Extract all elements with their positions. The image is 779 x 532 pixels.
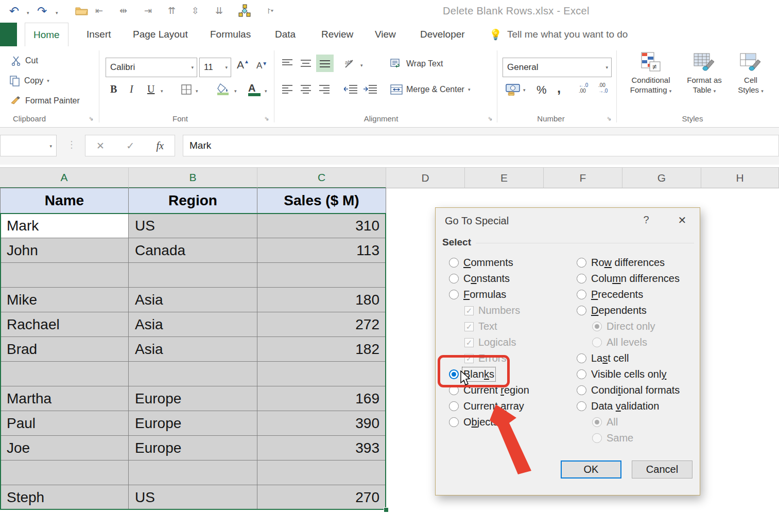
tab-view[interactable]: View (367, 23, 404, 46)
insert-function-icon[interactable]: fx (156, 140, 163, 152)
tab-insert[interactable]: Insert (78, 23, 119, 46)
table-cell[interactable]: Mark (0, 214, 129, 238)
radio-icon[interactable] (577, 258, 586, 268)
left-option-objects[interactable]: Objects (449, 414, 529, 430)
table-cell[interactable]: Canada (129, 238, 257, 263)
decrease-decimal-button[interactable]: .00→.0 (598, 82, 608, 94)
right-option-data-validation[interactable]: Data validation (577, 398, 680, 414)
right-option-last-cell[interactable]: Last cell (577, 350, 680, 366)
table-cell[interactable]: Brad (0, 337, 129, 362)
right-option-row-differences[interactable]: Row differences (577, 255, 680, 271)
table-cell[interactable]: Asia (129, 312, 257, 337)
increase-font-size-button[interactable]: A▲ (237, 59, 249, 71)
table-cell[interactable]: Asia (129, 288, 257, 312)
underline-dropdown-icon[interactable]: ▾ (161, 88, 163, 94)
close-icon[interactable]: ✕ (673, 214, 691, 226)
left-option-constants[interactable]: Constants (449, 271, 529, 287)
left-option-current-array[interactable]: Current array (449, 398, 529, 414)
table-cell[interactable] (257, 263, 386, 288)
radio-icon[interactable] (449, 369, 459, 379)
borders-button[interactable] (181, 84, 192, 97)
cut-button[interactable]: Cut (11, 56, 38, 66)
undo-dropdown-icon[interactable]: ▾ (27, 5, 29, 21)
tab-formulas[interactable]: Formulas (202, 23, 259, 46)
cancel-entry-icon[interactable]: ✕ (96, 140, 105, 152)
file-tab[interactable] (0, 23, 17, 46)
merge-center-dropdown-icon[interactable]: ▾ (468, 87, 471, 92)
right-option-visible-cells-only[interactable]: Visible cells only (577, 366, 680, 382)
table-cell[interactable]: John (0, 238, 129, 263)
merge-center-button[interactable]: Merge & Center ▾ (390, 84, 470, 95)
format-painter-button[interactable]: Format Painter (10, 96, 80, 106)
smartart-icon[interactable] (238, 3, 251, 19)
format-as-table-button[interactable]: Format as Table ▾ (681, 51, 728, 96)
table-cell[interactable]: Europe (129, 386, 257, 411)
radio-icon[interactable] (577, 353, 586, 363)
redo-dropdown-icon[interactable]: ▾ (56, 5, 58, 21)
column-header-D[interactable]: D (386, 168, 465, 188)
left-option-current-region[interactable]: Current region (449, 382, 529, 398)
decrease-font-size-button[interactable]: A▼ (256, 61, 267, 71)
tell-me-box[interactable]: 💡 Tell me what you want to do (489, 23, 628, 46)
formula-bar-grip[interactable]: ⋮ (67, 139, 76, 150)
table-cell[interactable]: Paul (0, 411, 129, 436)
table-cell[interactable]: Europe (129, 411, 257, 436)
borders-dropdown-icon[interactable]: ▾ (196, 88, 198, 94)
table-cell[interactable] (129, 362, 257, 386)
table-cell[interactable]: 169 (257, 386, 386, 411)
conditional-formatting-button[interactable]: ≠ Conditional Formatting ▾ (625, 51, 677, 96)
copy-dropdown-icon[interactable]: ▾ (47, 78, 49, 83)
radio-icon[interactable] (449, 274, 459, 283)
align-left-edge-icon[interactable]: ⇤ (95, 3, 103, 19)
left-option-blanks[interactable]: Blanks (449, 366, 529, 382)
underline-button[interactable]: U (147, 83, 154, 95)
right-option-precedents[interactable]: Precedents (577, 287, 680, 303)
align-center-h-icon[interactable]: ⇹ (119, 3, 127, 19)
number-dialog-launcher[interactable]: ⇘ (607, 115, 614, 122)
align-middle-icon[interactable]: ⇳ (192, 3, 199, 19)
radio-icon[interactable] (449, 258, 459, 268)
radio-icon[interactable] (449, 290, 459, 299)
name-box-dropdown-icon[interactable]: ▾ (49, 144, 52, 149)
font-name-combo[interactable]: Calibri ▾ (106, 58, 197, 77)
column-header-F[interactable]: F (544, 168, 622, 188)
radio-icon[interactable] (577, 306, 586, 315)
table-cell[interactable]: Rachael (0, 312, 129, 337)
align-top-icon[interactable]: ⇈ (168, 3, 176, 19)
table-cell[interactable] (129, 263, 257, 288)
cell-styles-button[interactable]: Cell Styles ▾ (729, 51, 772, 96)
tab-page-layout[interactable]: Page Layout (125, 23, 196, 46)
tab-developer[interactable]: Developer (412, 23, 473, 46)
wrap-text-button[interactable]: Wrap Text (390, 59, 443, 69)
cancel-button[interactable]: Cancel (632, 460, 693, 478)
table-header-cell[interactable]: Name (0, 188, 129, 214)
radio-icon[interactable] (449, 417, 459, 427)
font-size-combo[interactable]: 11 ▾ (199, 58, 231, 77)
font-dialog-launcher[interactable]: ⇘ (264, 115, 271, 122)
formula-input[interactable]: Mark (183, 135, 779, 156)
radio-icon[interactable] (577, 290, 586, 299)
italic-button[interactable]: I (130, 83, 133, 95)
table-cell[interactable]: 310 (257, 214, 386, 238)
number-format-combo[interactable]: General ▾ (503, 58, 612, 77)
font-color-button[interactable]: A (248, 82, 261, 96)
clipboard-dialog-launcher[interactable]: ⇘ (89, 115, 96, 122)
right-option-column-differences[interactable]: Column differences (577, 271, 680, 287)
copy-button[interactable]: Copy ▾ (9, 75, 49, 86)
table-header-cell[interactable]: Region (129, 188, 257, 214)
increase-decimal-button[interactable]: ←.0.00 (579, 82, 588, 94)
fill-color-button[interactable] (216, 82, 232, 98)
ok-button[interactable]: OK (561, 460, 621, 478)
table-cell[interactable]: 182 (257, 337, 386, 362)
confirm-entry-icon[interactable]: ✓ (126, 140, 134, 152)
table-cell[interactable]: 113 (257, 238, 386, 263)
table-cell[interactable]: Joe (0, 436, 129, 460)
radio-icon[interactable] (449, 385, 459, 395)
alignment-dialog-launcher[interactable]: ⇘ (488, 115, 495, 122)
tab-home[interactable]: Home (25, 23, 68, 46)
radio-icon[interactable] (577, 401, 586, 411)
table-cell[interactable]: US (129, 214, 257, 238)
table-cell[interactable] (129, 460, 257, 485)
top-align-button[interactable] (281, 59, 293, 70)
orientation-dropdown-icon[interactable]: ▾ (360, 63, 363, 68)
